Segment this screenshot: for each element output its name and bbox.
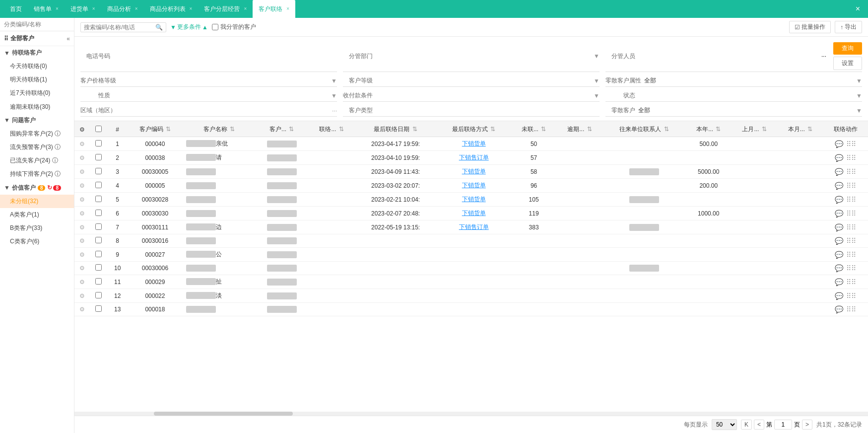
batch-op-button[interactable]: ☑ 批量操作: [789, 21, 831, 33]
last-month-col-header[interactable]: 上月... ⇅: [732, 122, 777, 137]
settings-cell[interactable]: ⚙: [74, 248, 89, 262]
chat-action-icon[interactable]: 💬: [835, 196, 843, 204]
grid-action-icon[interactable]: ⠿⠿: [846, 223, 856, 231]
not-contact-col-header[interactable]: 未联... ⇅: [511, 122, 556, 137]
sidebar-item-7days[interactable]: 近7天待联络(0): [0, 86, 74, 100]
row-checkbox[interactable]: [95, 251, 102, 257]
settings-cell[interactable]: ⚙: [74, 275, 89, 289]
sidebar-item-class-b[interactable]: B类客户(33): [0, 221, 74, 235]
contact-col-header[interactable]: 联络... ⇅: [309, 122, 354, 137]
horizontal-scrollbar[interactable]: [74, 412, 868, 416]
close-customer-layer-tab[interactable]: ×: [244, 0, 247, 18]
customer-level-arrow[interactable]: ▼: [594, 77, 600, 84]
my-customers-checkbox[interactable]: [212, 24, 218, 30]
grid-action-icon[interactable]: ⠿⠿: [846, 264, 856, 272]
search-input[interactable]: [84, 24, 153, 31]
row-checkbox[interactable]: [95, 278, 102, 285]
row-checkbox[interactable]: [95, 182, 102, 188]
nav-purchase[interactable]: 进货单 ×: [65, 0, 101, 18]
grid-action-icon[interactable]: ⠿⠿: [846, 210, 856, 217]
close-purchase-tab[interactable]: ×: [92, 0, 95, 18]
code-col-header[interactable]: 客户编码 ⇅: [127, 122, 183, 137]
close-customer-contact-tab[interactable]: ×: [286, 0, 289, 18]
row-checkbox[interactable]: [95, 140, 102, 146]
price-level-arrow[interactable]: ▼: [331, 77, 337, 84]
close-product-list-tab[interactable]: ×: [190, 0, 193, 18]
nav-customer-contact[interactable]: 客户联络 ×: [253, 0, 295, 18]
export-button[interactable]: ↑ 导出: [835, 21, 862, 33]
sidebar-item-declining[interactable]: 持续下滑客户(2) ⓘ: [0, 167, 74, 181]
chat-action-icon[interactable]: 💬: [835, 292, 843, 300]
nature-arrow[interactable]: ▼: [331, 92, 337, 99]
nav-home[interactable]: 首页: [4, 0, 28, 18]
chat-action-icon[interactable]: 💬: [835, 305, 843, 313]
last-contact-way-link[interactable]: 下销货单: [462, 168, 486, 175]
checkbox-cell[interactable]: [89, 303, 108, 316]
sidebar-item-today[interactable]: 今天待联络(0): [0, 60, 74, 73]
chat-action-icon[interactable]: 💬: [835, 168, 843, 176]
type-col-header[interactable]: 客户... ⇅: [255, 122, 309, 137]
checkbox-cell[interactable]: [89, 262, 108, 275]
region-dots[interactable]: ···: [332, 107, 337, 114]
checkbox-cell[interactable]: [89, 165, 108, 179]
grid-action-icon[interactable]: ⠿⠿: [846, 305, 856, 313]
nav-sales[interactable]: 销售单 ×: [28, 0, 65, 18]
settings-cell[interactable]: ⚙: [74, 207, 89, 220]
last-contact-way-link[interactable]: 下销售订单: [459, 154, 489, 161]
row-checkbox[interactable]: [95, 196, 102, 202]
nav-product-analysis[interactable]: 商品分析 ×: [101, 0, 144, 18]
page-number-input[interactable]: [774, 420, 792, 430]
manager-dots[interactable]: ···: [821, 53, 826, 60]
last-contact-way-link[interactable]: 下销货单: [462, 140, 486, 147]
last-contact-way-link[interactable]: 下销货单: [462, 196, 486, 203]
sidebar-search-input[interactable]: [4, 21, 74, 28]
settings-cell[interactable]: ⚙: [74, 179, 89, 193]
sidebar-item-churn-warning[interactable]: 流失预警客户(3) ⓘ: [0, 141, 74, 154]
retail-customer-arrow[interactable]: ▼: [856, 107, 862, 114]
prev-page-btn[interactable]: <: [754, 420, 764, 430]
settings-cell[interactable]: ⚙: [74, 262, 89, 275]
settings-cell[interactable]: ⚙: [74, 220, 89, 234]
settings-col-header[interactable]: ⚙: [74, 122, 89, 137]
checkbox-cell[interactable]: [89, 234, 108, 248]
row-checkbox[interactable]: [95, 168, 102, 174]
checkbox-col-header[interactable]: [89, 122, 108, 137]
next-page-btn[interactable]: >: [802, 420, 812, 430]
select-all-checkbox[interactable]: [95, 126, 102, 132]
sidebar-item-unclassified[interactable]: 未分组(32): [0, 195, 74, 208]
close-sales-tab[interactable]: ×: [56, 0, 59, 18]
status-arrow[interactable]: ▼: [856, 92, 862, 99]
nav-customer-layer[interactable]: 客户分层经营 ×: [198, 0, 253, 18]
name-col-header[interactable]: 客户名称 ⇅: [183, 122, 255, 137]
grid-action-icon[interactable]: ⠿⠿: [846, 237, 856, 245]
row-checkbox[interactable]: [95, 223, 102, 230]
last-contact-date-col-header[interactable]: 最后联络日期 ⇅: [354, 122, 437, 137]
this-year-col-header[interactable]: 本年... ⇅: [686, 122, 732, 137]
overdue-col-header[interactable]: 逾期... ⇅: [557, 122, 602, 137]
grid-action-icon[interactable]: ⠿⠿: [846, 140, 856, 148]
query-button[interactable]: 查询: [833, 42, 862, 55]
chat-action-icon[interactable]: 💬: [835, 278, 843, 286]
grid-action-icon[interactable]: ⠿⠿: [846, 168, 856, 176]
checkbox-cell[interactable]: [89, 220, 108, 234]
row-checkbox[interactable]: [95, 305, 102, 312]
settings-cell[interactable]: ⚙: [74, 137, 89, 151]
payment-arrow[interactable]: ▼: [594, 92, 600, 99]
grid-action-icon[interactable]: ⠿⠿: [846, 278, 856, 286]
customer-type-input[interactable]: [376, 107, 600, 114]
per-page-select[interactable]: 50 100 200: [712, 419, 737, 430]
checkbox-cell[interactable]: [89, 179, 108, 193]
settings-cell[interactable]: ⚙: [74, 193, 89, 207]
chat-action-icon[interactable]: 💬: [835, 182, 843, 190]
chat-action-icon[interactable]: 💬: [835, 251, 843, 259]
settings-cell[interactable]: ⚙: [74, 289, 89, 303]
sidebar-item-tomorrow[interactable]: 明天待联络(1): [0, 73, 74, 86]
search-icon[interactable]: 🔍: [155, 24, 163, 31]
sidebar-item-churned[interactable]: 已流失客户(24) ⓘ: [0, 154, 74, 167]
last-contact-way-link[interactable]: 下销售订单: [459, 223, 489, 230]
checkbox-cell[interactable]: [89, 289, 108, 303]
close-product-analysis-tab[interactable]: ×: [135, 0, 138, 18]
scrollbar-thumb[interactable]: [154, 412, 293, 416]
chat-action-icon[interactable]: 💬: [835, 264, 843, 272]
chat-action-icon[interactable]: 💬: [835, 140, 843, 148]
